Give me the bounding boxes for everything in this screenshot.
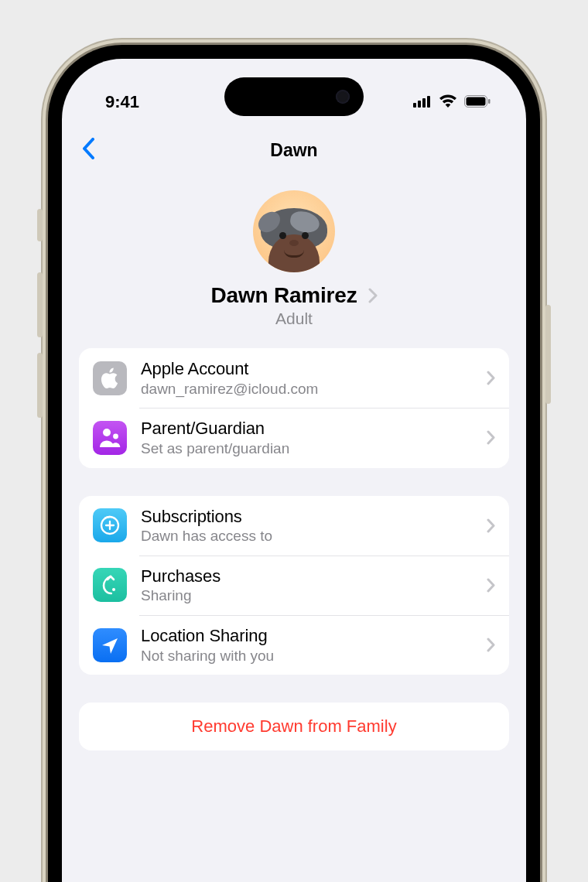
account-group: Apple Account dawn_ramirez@icloud.com Pa… [79, 348, 509, 468]
remove-from-family-button[interactable]: Remove Dawn from Family [79, 703, 509, 750]
svg-rect-1 [418, 101, 421, 108]
purchases-icon [93, 568, 127, 602]
profile-name-button[interactable]: Dawn Ramirez [211, 283, 378, 308]
apple-account-row[interactable]: Apple Account dawn_ramirez@icloud.com [79, 348, 509, 408]
status-time: 9:41 [105, 92, 139, 112]
profile-role: Adult [79, 309, 509, 328]
parent-guardian-row[interactable]: Parent/Guardian Set as parent/guardian [79, 408, 509, 467]
row-title: Location Sharing [141, 625, 480, 647]
front-camera [336, 90, 350, 104]
screen: 9:41 Dawn [62, 59, 526, 882]
nav-bar: Dawn [62, 127, 526, 173]
profile-header: Dawn Ramirez Adult [79, 184, 509, 348]
svg-point-8 [113, 433, 118, 439]
location-sharing-row[interactable]: Location Sharing Not sharing with you [79, 615, 509, 675]
svg-point-7 [103, 429, 111, 436]
svg-rect-0 [413, 103, 416, 108]
subscriptions-icon [93, 508, 127, 542]
back-button[interactable] [76, 132, 101, 169]
row-title: Apple Account [141, 358, 480, 380]
row-subtitle: Not sharing with you [141, 647, 480, 665]
purchases-row[interactable]: Purchases Sharing [79, 556, 509, 615]
svg-rect-5 [467, 97, 486, 106]
wifi-icon [439, 92, 457, 112]
nav-title: Dawn [270, 140, 317, 161]
chevron-left-icon [82, 138, 95, 159]
row-subtitle: Set as parent/guardian [141, 439, 480, 458]
sharing-group: Subscriptions Dawn has access to Purchas… [79, 496, 509, 675]
chevron-right-icon [368, 288, 378, 303]
svg-rect-2 [422, 98, 426, 108]
power-button [545, 305, 551, 404]
location-icon [93, 628, 127, 662]
row-title: Purchases [141, 566, 480, 587]
volume-down-button [37, 353, 43, 418]
battery-icon [464, 92, 491, 112]
chevron-right-icon [487, 430, 495, 445]
svg-point-10 [112, 588, 115, 591]
volume-up-button [37, 272, 43, 337]
profile-name: Dawn Ramirez [211, 283, 357, 308]
chevron-right-icon [487, 638, 495, 652]
row-subtitle: Sharing [141, 586, 480, 605]
danger-group: Remove Dawn from Family [79, 703, 509, 750]
apple-icon [93, 361, 127, 395]
phone-frame: 9:41 Dawn [48, 45, 540, 882]
parent-guardian-icon [93, 421, 127, 455]
dynamic-island [224, 77, 364, 116]
cellular-icon [413, 92, 432, 112]
chevron-right-icon [487, 371, 495, 385]
silence-switch [37, 209, 43, 241]
chevron-right-icon [487, 578, 495, 593]
row-subtitle: dawn_ramirez@icloud.com [141, 380, 480, 398]
chevron-right-icon [487, 518, 495, 533]
svg-rect-3 [427, 96, 430, 108]
svg-rect-6 [488, 99, 491, 104]
subscriptions-row[interactable]: Subscriptions Dawn has access to [79, 496, 509, 556]
row-title: Subscriptions [141, 506, 480, 528]
remove-label: Remove Dawn from Family [191, 716, 396, 737]
avatar [253, 190, 335, 272]
row-subtitle: Dawn has access to [141, 527, 480, 545]
row-title: Parent/Guardian [141, 418, 480, 439]
